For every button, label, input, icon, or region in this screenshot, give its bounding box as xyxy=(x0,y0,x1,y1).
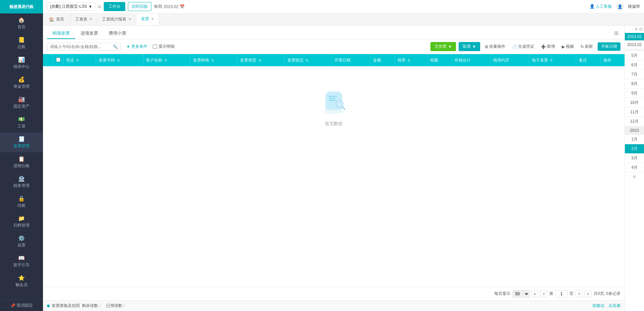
video-button[interactable]: ▶ 视频 xyxy=(560,42,576,51)
toolbar: 🔍 ▼ 更多条件 显示明细 无凭票 ▼ xyxy=(43,39,625,54)
add-wechat-link[interactable]: 加微信 xyxy=(592,303,604,309)
show-detail-checkbox[interactable]: 显示明细 xyxy=(153,44,175,49)
first-page-button[interactable]: « xyxy=(532,290,539,297)
sidebar-item-label: 固定资产 xyxy=(13,104,30,109)
header-right: 👤 人工客服 👤 徐溢华 xyxy=(590,3,640,11)
sidebar-item-tax[interactable]: 🏦 税务管理 xyxy=(0,172,43,192)
th-tax-rate: 税率 ⇅ xyxy=(395,54,427,66)
show-detail-input[interactable] xyxy=(153,44,157,49)
close-salary-stats-tab-icon[interactable]: ✕ xyxy=(128,17,131,22)
page-input[interactable] xyxy=(555,290,567,297)
next-page-button[interactable]: > xyxy=(576,290,583,297)
sort-icon[interactable]: ⇅ xyxy=(306,59,308,62)
date-item-jan-2023[interactable]: 1月 xyxy=(625,135,644,144)
sort-icon[interactable]: ⇅ xyxy=(211,59,214,62)
service-label[interactable]: 👤 人工客服 xyxy=(590,4,612,9)
last-page-button[interactable]: » xyxy=(585,290,592,297)
live-link[interactable]: 去直播 xyxy=(608,303,620,309)
date-item-may[interactable]: 5月 xyxy=(625,51,644,61)
sidebar-item-assets[interactable]: 🏭 固定资产 xyxy=(0,93,43,113)
sub-tab-purchase-invoice[interactable]: 进项发票 xyxy=(75,28,103,39)
tab-salary-stats[interactable]: 工资统计报表 ✕ xyxy=(97,13,136,25)
sort-icon[interactable]: ⇅ xyxy=(408,59,410,62)
date-item-feb-2023[interactable]: 2月 xyxy=(625,144,644,154)
sidebar-item-sales[interactable]: 📋 进销台账 xyxy=(0,152,43,172)
search-icon[interactable]: 🔍 xyxy=(113,44,118,49)
date-item-jun[interactable]: 6月 xyxy=(625,61,644,70)
sidebar-item-label: 资金管理 xyxy=(13,84,30,89)
close-period-icon: 🔒 xyxy=(18,195,25,202)
batch-ops-button[interactable]: ⊞ 批量操作 xyxy=(483,42,507,51)
sub-tab-expense[interactable]: 费用小票 xyxy=(103,28,132,39)
new-button[interactable]: ➕ 新增 xyxy=(539,42,557,51)
sidebar-item-invoice[interactable]: 🧾 发票管理 xyxy=(0,132,43,152)
status-left: 发票查验及拍照 剩余张数： 已用张数： xyxy=(47,303,128,309)
date-item-apr-2023[interactable]: 4月 xyxy=(625,163,644,172)
tab-invoice[interactable]: 发票 ✕ xyxy=(136,13,159,25)
date-item-aug[interactable]: 8月 xyxy=(625,79,644,89)
refresh-button[interactable]: ↻ 刷新 xyxy=(579,42,595,51)
date-item-sep[interactable]: 9月 xyxy=(625,89,644,98)
sidebar-item-close[interactable]: 🔒 结账 xyxy=(0,192,43,212)
sort-icon[interactable]: ⇅ xyxy=(117,59,120,62)
expand-date-panel-icon[interactable]: ⊡ xyxy=(639,27,643,32)
tab-home[interactable]: 🏠 首页 xyxy=(43,13,71,25)
sidebar-item-member[interactable]: ⭐ 畅会员 xyxy=(0,271,43,291)
tab-salary-table[interactable]: 工资表 ✕ xyxy=(71,13,97,25)
search-input[interactable] xyxy=(50,44,111,49)
close-date-panel-icon[interactable]: ✕ xyxy=(635,27,638,32)
take-ticket-button[interactable]: 取票 ▼ xyxy=(459,42,480,51)
sub-tab-sales-invoice[interactable]: 销项发票 xyxy=(47,28,75,39)
th-check[interactable] xyxy=(53,54,63,66)
period-calendar-icon[interactable]: 📅 xyxy=(180,4,185,9)
switch-version-button[interactable]: 切到旧版 xyxy=(128,2,151,11)
sort-icon[interactable]: ⇅ xyxy=(259,59,261,62)
unpin-button[interactable]: 📌 取消固定 xyxy=(0,300,43,311)
sidebar-item-guide[interactable]: 📖 新手引导 xyxy=(0,251,43,271)
date-item-header[interactable]: 2023.02 xyxy=(625,33,644,41)
page-size-select[interactable]: 20 50 100 xyxy=(512,290,530,298)
select-all-checkbox[interactable] xyxy=(56,57,60,62)
sidebar-item-reports[interactable]: 📊 报表中心 xyxy=(0,53,43,73)
service-icon: 👤 xyxy=(590,4,595,9)
sidebar-item-payroll[interactable]: 💵 工资 xyxy=(0,113,43,132)
date-panel-footer[interactable]: ⚙ xyxy=(625,172,644,181)
sidebar-item-settings[interactable]: ⚙️ 设置 xyxy=(0,232,43,251)
period-label: 账期 2023-02 📅 xyxy=(154,4,185,9)
sidebar-item-home[interactable]: 🏠 首页 xyxy=(0,13,43,33)
date-item-2023-02-full[interactable]: 2023.02 xyxy=(625,41,644,49)
sort-icon[interactable]: ⇅ xyxy=(76,59,79,62)
date-item-jul[interactable]: 7月 xyxy=(625,70,644,79)
sidebar-item-ledger[interactable]: 📒 总账 xyxy=(0,33,43,53)
prev-page-button[interactable]: < xyxy=(540,290,547,297)
th-remark: 备注 xyxy=(576,54,601,66)
sort-icon[interactable]: ⇅ xyxy=(550,59,553,62)
date-item-dec[interactable]: 12月 xyxy=(625,117,644,126)
gen-voucher-button[interactable]: 📄 生成凭证 xyxy=(510,42,536,51)
table-view-icon[interactable]: ⊞ xyxy=(612,30,620,36)
date-item-oct[interactable]: 10月 xyxy=(625,98,644,108)
svg-point-0 xyxy=(324,110,344,114)
refresh-icon: ↻ xyxy=(581,44,584,49)
sidebar-item-label: 畅会员 xyxy=(15,282,28,288)
date-item-nov[interactable]: 11月 xyxy=(625,108,644,117)
copy-icon[interactable]: ⧉ xyxy=(98,4,101,9)
user-avatar[interactable]: 👤 xyxy=(616,3,624,11)
th-ops: 操作 xyxy=(600,54,625,66)
date-item-mar-2023[interactable]: 3月 xyxy=(625,154,644,163)
sidebar-item-archive[interactable]: 📁 归档管理 xyxy=(0,212,43,232)
close-invoice-tab-icon[interactable]: ✕ xyxy=(151,17,154,21)
sidebar-item-finance[interactable]: 💰 资金管理 xyxy=(0,73,43,93)
sidebar-item-label: 发票管理 xyxy=(13,143,30,149)
workbench-button[interactable]: 工作台 xyxy=(104,2,125,11)
date-settings-icon: ⚙ xyxy=(633,174,636,179)
search-bar[interactable]: 🔍 xyxy=(47,43,121,51)
sidebar-item-label: 结账 xyxy=(17,203,26,208)
sort-icon[interactable]: ⇅ xyxy=(164,59,167,62)
take-dropdown-icon: ▼ xyxy=(472,44,476,49)
close-salary-tab-icon[interactable]: ✕ xyxy=(89,17,92,22)
no-voucher-button[interactable]: 无凭票 ▼ xyxy=(430,42,456,51)
company-selector[interactable]: (勿删) 江西股宝-LSS ▼ xyxy=(47,2,95,11)
open-date-button[interactable]: 开账日期 xyxy=(598,42,620,51)
filter-button[interactable]: ▼ 更多条件 xyxy=(124,42,150,51)
